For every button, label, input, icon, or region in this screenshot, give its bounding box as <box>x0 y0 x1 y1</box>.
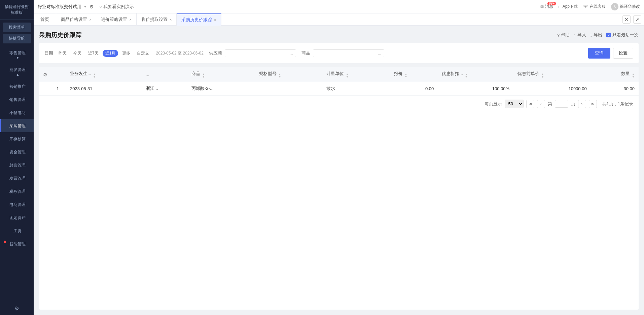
filter-date-btn-今天[interactable]: 今天 <box>71 50 84 57</box>
sidebar-item-5[interactable]: 采购管理 <box>0 119 34 132</box>
main-area: 好业财标准版交付试用 ▼ ⚙ ○ 我要看实例演示 ✉ 消息 99+ □ App下… <box>34 0 644 315</box>
col-price-sort: ▲▼ <box>405 73 407 78</box>
tab-1[interactable]: 商品价格设置× <box>56 13 96 26</box>
help-link[interactable]: ? 帮助 <box>557 32 570 38</box>
help-icon: ? <box>557 33 560 38</box>
sidebar-item-11[interactable]: 电商管理 <box>0 198 34 211</box>
tab-0[interactable]: 首页 <box>34 13 56 26</box>
filter-goods-input-wrapper: ... <box>313 49 384 57</box>
filter-actions: 查询 设置 <box>588 48 633 59</box>
pagination-page-input[interactable]: 1 <box>555 100 568 108</box>
col-quantity[interactable]: 数量 ▲▼ <box>591 67 639 82</box>
message-icon: ✉ <box>540 4 544 9</box>
sidebar-item-1[interactable]: 批发管理▲ <box>0 63 34 80</box>
sidebar-item-label: 零售管理 <box>9 50 26 56</box>
sidebar-item-0[interactable]: 零售管理▼ <box>0 46 34 63</box>
content-area: 采购历史价跟踪 ? 帮助 ↑ 导入 ↓ 导出 ✓ 只看最后一次 <box>34 26 644 315</box>
sidebar-item-9[interactable]: 发票管理 <box>0 172 34 185</box>
only-last-checkbox[interactable]: ✓ 只看最后一次 <box>606 32 639 38</box>
col-spec-sort: ▲▼ <box>279 73 281 78</box>
topbar-demo-icon: ○ <box>99 4 102 9</box>
col-discount[interactable]: 优惠折扣... ▲▼ <box>438 67 513 82</box>
sidebar-bottom: ⚙ <box>0 302 34 315</box>
sidebar-item-6[interactable]: 库存核算 <box>0 132 34 145</box>
col-pre-discount-price[interactable]: 优惠前单价 ▲▼ <box>513 67 591 82</box>
col-goods[interactable]: 商品 ▲▼ <box>187 67 255 82</box>
sidebar-item-label: 小畅电商 <box>9 110 26 116</box>
pagination-next-button[interactable]: › <box>578 100 586 108</box>
col-spec[interactable]: 规格型号 ▲▼ <box>255 67 323 82</box>
import-link[interactable]: ↑ 导入 <box>574 32 586 38</box>
sidebar-item-10[interactable]: 税务管理 <box>0 185 34 198</box>
topbar-version[interactable]: 好业财标准版交付试用 ▼ <box>38 4 87 10</box>
sidebar-gear-icon[interactable]: ⚙ <box>14 305 19 312</box>
sidebar-items: 零售管理▼批发管理▲营销推广销售管理小畅电商采购管理库存核算资金管理总账管理发票… <box>0 46 34 302</box>
sidebar-item-2[interactable]: 营销推广 <box>0 80 34 93</box>
sidebar-quicknav-button[interactable]: 快捷导航 <box>3 34 31 43</box>
export-link[interactable]: ↓ 导出 <box>590 32 603 38</box>
filter-goods-input[interactable] <box>316 51 377 56</box>
tab-3[interactable]: 售价提取设置× <box>137 13 177 26</box>
table-gear-icon[interactable]: ⚙ <box>43 72 47 77</box>
tab-4[interactable]: 采购历史价跟踪× <box>177 13 221 26</box>
sidebar-item-label: 销售管理 <box>9 97 26 103</box>
topbar-settings-icon[interactable]: ⚙ <box>90 4 94 9</box>
col-price[interactable]: 报价 ▲▼ <box>390 67 438 82</box>
cell-index: 1 <box>52 82 66 95</box>
per-page-label: 每页显示 <box>485 101 502 107</box>
sidebar-item-14[interactable]: 智能管理 <box>0 237 34 250</box>
sidebar-item-12[interactable]: 固定资产 <box>0 211 34 224</box>
tab-close-current-button[interactable]: ✕ <box>622 15 631 24</box>
tab-close-icon[interactable]: × <box>89 18 91 22</box>
sidebar-item-label: 固定资产 <box>9 215 26 221</box>
tab-label: 采购历史价跟踪 <box>181 17 212 23</box>
sidebar-item-3[interactable]: 销售管理 <box>0 93 34 106</box>
filter-supplier-dots[interactable]: ... <box>290 51 293 56</box>
tab-close-icon[interactable]: × <box>214 18 216 22</box>
filter-date-btn-近7天[interactable]: 近7天 <box>85 50 101 57</box>
settings-button[interactable]: 设置 <box>613 48 633 59</box>
tab-label: 进价策略设置 <box>101 16 127 23</box>
tab-2[interactable]: 进价策略设置× <box>96 13 136 26</box>
tab-close-icon[interactable]: × <box>129 18 131 22</box>
query-button[interactable]: 查询 <box>588 48 610 59</box>
filter-supplier-input[interactable] <box>228 51 288 56</box>
col-date[interactable]: 业务发生... ▲▼ <box>66 67 142 82</box>
page-header: 采购历史价跟踪 ? 帮助 ↑ 导入 ↓ 导出 ✓ 只看最后一次 <box>39 31 639 39</box>
sidebar-item-label: 发票管理 <box>9 176 26 181</box>
filter-bar: 日期 昨天今天近7天近1月更多自定义 2023-05-02 至 2023-06-… <box>39 43 639 63</box>
sidebar-item-13[interactable]: 工资 <box>0 224 34 237</box>
filter-date-btn-昨天[interactable]: 昨天 <box>56 50 69 57</box>
tab-maximize-button[interactable]: ⤢ <box>633 15 641 24</box>
topbar-user-menu[interactable]: 人 徐泽华修改 <box>611 3 640 10</box>
per-page-select[interactable]: 50 100 200 <box>505 100 524 108</box>
cell-quantity: 30.00 <box>591 82 639 95</box>
topbar-app-download-button[interactable]: □ App下载 <box>559 4 578 9</box>
sidebar-item-7[interactable]: 资金管理 <box>0 145 34 159</box>
topbar-service-button[interactable]: ☏ 在线客服 <box>583 4 606 9</box>
col-more[interactable]: ... <box>142 67 187 82</box>
topbar-demo[interactable]: ○ 我要看实例演示 <box>99 4 134 10</box>
filter-row: 日期 昨天今天近7天近1月更多自定义 2023-05-02 至 2023-06-… <box>44 48 633 59</box>
filter-date-btn-更多[interactable]: 更多 <box>119 50 133 57</box>
filter-date-btn-自定义[interactable]: 自定义 <box>134 50 152 57</box>
filter-date-btn-近1月[interactable]: 近1月 <box>103 50 118 57</box>
col-unit[interactable]: 计量单位 ▲▼ <box>322 67 390 82</box>
sidebar-logo: 畅捷通好业财 标准版 <box>0 0 34 20</box>
sidebar-item-4[interactable]: 小畅电商 <box>0 106 34 119</box>
filter-goods-dots[interactable]: ... <box>378 51 381 56</box>
pagination-page-suffix: 页 <box>571 101 575 107</box>
export-icon: ↓ <box>590 33 593 38</box>
sidebar-item-8[interactable]: 总账管理 <box>0 159 34 172</box>
pagination-total: 共1页，1条记录 <box>602 101 633 107</box>
filter-date-group: 日期 昨天今天近7天近1月更多自定义 2023-05-02 至 2023-06-… <box>44 50 204 57</box>
pagination-first-button[interactable]: ⊲ <box>526 100 534 108</box>
pagination-last-button[interactable]: ⊳ <box>589 100 597 108</box>
topbar-message-button[interactable]: ✉ 消息 99+ <box>540 4 553 9</box>
tabs-bar: 首页商品价格设置×进价策略设置×售价提取设置×采购历史价跟踪× ✕ ⤢ <box>34 13 644 26</box>
col-gear[interactable]: ⚙ <box>39 67 52 82</box>
filter-supplier-label: 供应商 <box>209 50 222 56</box>
sidebar-search-button[interactable]: 搜索菜单 <box>3 23 31 32</box>
tab-close-icon[interactable]: × <box>170 18 172 22</box>
pagination-prev-button[interactable]: ‹ <box>537 100 545 108</box>
